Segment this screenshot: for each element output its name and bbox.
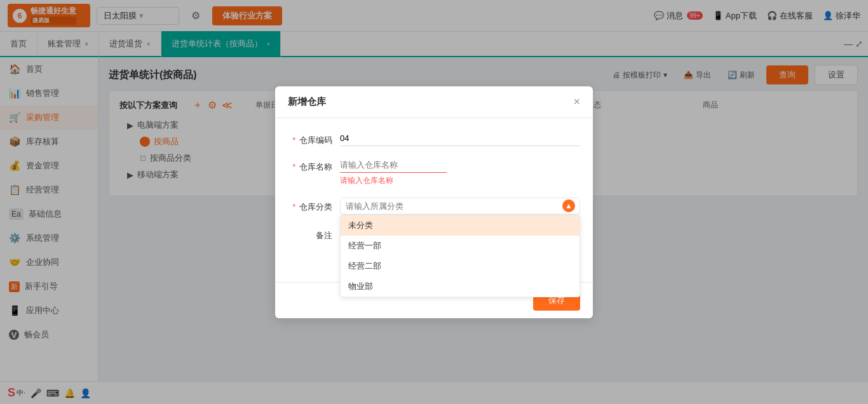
name-error-msg: 请输入仓库名称 xyxy=(340,175,447,186)
category-label: * 仓库分类 xyxy=(288,198,332,213)
modal-overlay: 新增仓库 × * 仓库编码 * 仓库名称 xyxy=(0,0,868,404)
modal-title: 新增仓库 xyxy=(288,96,326,108)
required-star: * xyxy=(292,135,295,145)
form-row-name: * 仓库名称 请输入仓库名称 xyxy=(288,158,580,186)
modal-close-button[interactable]: × xyxy=(573,95,580,109)
dropdown-item-1[interactable]: 经营一部 xyxy=(341,236,580,256)
form-row-category: * 仓库分类 ▲ 未分类 经营一部 经营二部 物业部 xyxy=(288,198,580,215)
category-chevron-icon[interactable]: ▲ xyxy=(562,199,575,212)
category-select-wrap: ▲ 未分类 经营一部 经营二部 物业部 xyxy=(340,198,580,215)
name-label: * 仓库名称 xyxy=(288,158,332,173)
remark-label: 备注 xyxy=(288,226,332,241)
form-row-code: * 仓库编码 xyxy=(288,131,580,146)
warehouse-code-input[interactable] xyxy=(340,131,580,146)
dropdown-item-3[interactable]: 物业部 xyxy=(341,276,580,297)
warehouse-name-input[interactable] xyxy=(340,158,447,173)
modal-body: * 仓库编码 * 仓库名称 请输入仓库名称 xyxy=(275,118,593,282)
category-select-input[interactable] xyxy=(340,198,580,215)
dropdown-item-2[interactable]: 经营二部 xyxy=(341,256,580,276)
required-star-name: * xyxy=(292,162,295,172)
category-dropdown: 未分类 经营一部 经营二部 物业部 xyxy=(340,215,580,297)
dropdown-item-0[interactable]: 未分类 xyxy=(341,215,580,236)
modal-header: 新增仓库 × xyxy=(275,86,593,118)
code-label: * 仓库编码 xyxy=(288,131,332,146)
required-star-cat: * xyxy=(292,202,295,212)
modal-add-warehouse: 新增仓库 × * 仓库编码 * 仓库名称 xyxy=(275,86,593,318)
